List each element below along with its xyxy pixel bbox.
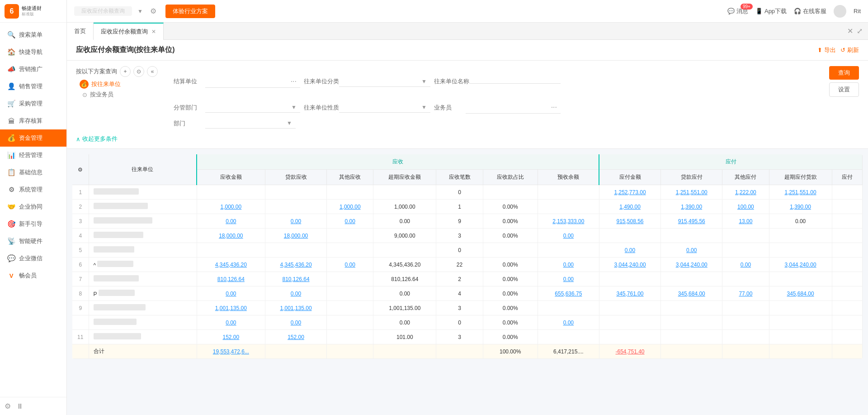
ar-advance[interactable]: 0.00 xyxy=(538,315,599,330)
sidebar-item-wechat[interactable]: 💬 企业微信 xyxy=(0,250,66,267)
ar-amount[interactable]: 1,001,135.00 xyxy=(197,301,265,315)
total-ap-amount[interactable]: -654,751.40 xyxy=(599,344,660,359)
finance-icon: 💰 xyxy=(7,134,15,142)
sidebar-item-quicknav[interactable]: 🏠 快捷导航 xyxy=(0,43,66,61)
total-ar-amount[interactable]: 19,553,472,6... xyxy=(197,344,265,359)
ap-loan[interactable]: 3,044,240.00 xyxy=(661,258,722,272)
scheme-settings-button[interactable]: ⊙ xyxy=(133,66,144,77)
data-table-wrap: ⚙ 往来单位 应收 应付 应收金额 贷款应收 其他应收 超期应收金额 应收笔数 … xyxy=(72,154,863,359)
ar-loan[interactable]: 152.00 xyxy=(265,330,326,344)
ap-other[interactable]: 0.00 xyxy=(722,258,769,272)
salesperson-input[interactable]: ··· xyxy=(466,101,561,114)
setting-button[interactable]: 设置 xyxy=(829,82,859,97)
category-input[interactable]: ▼ xyxy=(339,76,430,87)
ap-loan[interactable]: 915,495.56 xyxy=(661,214,722,229)
query-button[interactable]: 查询 xyxy=(829,66,859,80)
ap-loan[interactable]: 345,684.00 xyxy=(661,286,722,301)
ap-amount[interactable]: 3,044,240.00 xyxy=(599,258,660,272)
ap-overdue[interactable]: 345,684.00 xyxy=(769,286,832,301)
app-download-button[interactable]: 📱 App下载 xyxy=(755,7,787,15)
tab-minimize-icon[interactable]: ✕ xyxy=(847,27,853,35)
ap-amount[interactable]: 1,252,773.00 xyxy=(599,185,660,200)
sidebar-item-system[interactable]: ⚙ 系统管理 xyxy=(0,181,66,198)
ar-loan[interactable]: 0.00 xyxy=(265,286,326,301)
ap-loan xyxy=(661,330,722,344)
ap-amount[interactable]: 1,490.00 xyxy=(599,200,660,214)
settlement-unit-input[interactable]: ··· xyxy=(205,76,300,88)
dept-input[interactable]: ▼ xyxy=(205,102,300,113)
ap-other[interactable]: 13.00 xyxy=(722,214,769,229)
ar-amount[interactable]: 0.00 xyxy=(197,315,265,330)
ap-amount[interactable]: 915,508.56 xyxy=(599,214,660,229)
add-scheme-button[interactable]: + xyxy=(120,66,131,77)
table-row: 1 0 1,252,773.00 1,251,551.00 1,222.00 xyxy=(72,185,863,200)
ar-other[interactable]: 0.00 xyxy=(327,214,373,229)
ar-advance[interactable]: 655,636.75 xyxy=(538,286,599,301)
ar-amount[interactable]: 0.00 xyxy=(197,286,265,301)
counterparty-name-input[interactable] xyxy=(469,80,561,84)
ar-advance[interactable]: 0.00 xyxy=(538,229,599,243)
scheme-collapse-button[interactable]: « xyxy=(147,66,158,77)
scheme2-label[interactable]: 按业务员 xyxy=(90,91,113,99)
sidebar-item-search[interactable]: 🔍 搜索菜单 xyxy=(0,26,66,43)
sidebar-item-finance[interactable]: 💰 资金管理 xyxy=(0,129,66,147)
ap-loan[interactable]: 1,390.00 xyxy=(661,200,722,214)
ar-amount[interactable]: 4,345,436.20 xyxy=(197,258,265,272)
sidebar-item-member[interactable]: V 畅会员 xyxy=(0,267,66,284)
topbar-gear-icon[interactable]: ⚙ xyxy=(150,7,156,15)
ap-overdue[interactable]: 1,390.00 xyxy=(769,200,832,214)
ar-amount[interactable]: 152.00 xyxy=(197,330,265,344)
ar-advance[interactable]: 0.00 xyxy=(538,258,599,272)
ar-loan[interactable]: 18,000.00 xyxy=(265,229,326,243)
sidebar-item-base[interactable]: 📋 基础信息 xyxy=(0,164,66,181)
promo-button[interactable]: 体验行业方案 xyxy=(165,5,215,18)
ar-loan[interactable]: 810,126.64 xyxy=(265,272,326,286)
ar-amount[interactable]: 18,000.00 xyxy=(197,229,265,243)
ap-overdue[interactable]: 1,251,551.00 xyxy=(769,185,832,200)
tab-maximize-icon[interactable]: ⤢ xyxy=(857,27,863,35)
ap-loan[interactable]: 1,251,551.00 xyxy=(661,185,722,200)
row-num: 8 xyxy=(72,286,89,301)
table-settings-icon[interactable]: ⚙ xyxy=(72,154,89,185)
collapse-filter-button[interactable]: ∧ 收起更多条件 xyxy=(76,135,859,143)
sidebar-item-guide[interactable]: 🎯 新手引导 xyxy=(0,215,66,233)
ap-overdue[interactable]: 3,044,240.00 xyxy=(769,258,832,272)
tab-arbalance[interactable]: 应收应付余额查询 ✕ xyxy=(94,23,164,40)
ar-loan[interactable]: 1,001,135.00 xyxy=(265,301,326,315)
sidebar-item-marketing[interactable]: 📣 营销推广 xyxy=(0,61,66,78)
division-input[interactable]: ▼ xyxy=(205,118,296,129)
messages-button[interactable]: 💬 消息 99+ xyxy=(727,7,748,15)
ap-amount[interactable]: 0.00 xyxy=(599,243,660,258)
ar-loan[interactable]: 0.00 xyxy=(265,214,326,229)
sidebar-item-corp[interactable]: 🤝 企业协同 xyxy=(0,198,66,215)
ar-advance[interactable]: 2,153,333.00 xyxy=(538,214,599,229)
ap-other[interactable]: 77.00 xyxy=(722,286,769,301)
export-button[interactable]: ⬆ 导出 xyxy=(817,46,836,54)
online-service-button[interactable]: 🎧 在线客服 xyxy=(794,7,826,15)
ar-amount[interactable]: 810,126.64 xyxy=(197,272,265,286)
ar-loan[interactable]: 4,345,436.20 xyxy=(265,258,326,272)
ar-other[interactable]: 1,000.00 xyxy=(327,200,373,214)
ar-advance[interactable]: 0.00 xyxy=(538,272,599,286)
sidebar-item-inventory[interactable]: 🏛 库存核算 xyxy=(0,112,66,129)
refresh-button[interactable]: ↺ 刷新 xyxy=(840,46,859,54)
ar-amount[interactable]: 0.00 xyxy=(197,214,265,229)
ap-loan[interactable]: 0.00 xyxy=(661,243,722,258)
sidebar-item-operations[interactable]: 📊 经营管理 xyxy=(0,147,66,164)
nature-input[interactable]: ▼ xyxy=(339,102,430,113)
sidebar-item-purchase[interactable]: 🛒 采购管理 xyxy=(0,95,66,112)
ar-loan[interactable]: 0.00 xyxy=(265,315,326,330)
row-num xyxy=(72,315,89,330)
bottom-collapse-icon[interactable]: ⏸ xyxy=(16,402,24,410)
scheme1-label[interactable]: 按往来单位 xyxy=(91,80,121,88)
ar-other[interactable]: 0.00 xyxy=(327,258,373,272)
sidebar-item-hardware[interactable]: 📡 智能硬件 xyxy=(0,233,66,250)
ap-amount[interactable]: 345,761.00 xyxy=(599,286,660,301)
ar-amount[interactable]: 1,000.00 xyxy=(197,200,265,214)
tab-close-icon[interactable]: ✕ xyxy=(151,29,156,35)
tab-home[interactable]: 首页 xyxy=(67,23,94,40)
bottom-settings-icon[interactable]: ⚙ xyxy=(5,402,11,410)
sidebar-item-sales[interactable]: 👤 销售管理 xyxy=(0,78,66,95)
ap-other[interactable]: 1,222.00 xyxy=(722,185,769,200)
ap-other[interactable]: 100.00 xyxy=(722,200,769,214)
